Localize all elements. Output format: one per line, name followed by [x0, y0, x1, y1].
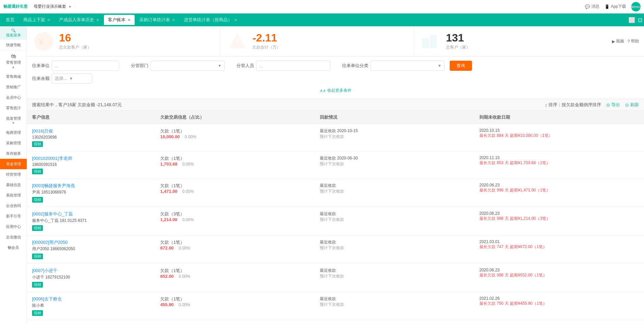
customer-name-link[interactable]: [000002]用户2050: [32, 240, 68, 245]
sidebar-item-enterprise-wechat[interactable]: 企业微信: [0, 232, 27, 242]
tab-expand-icon[interactable]: ⊡: [638, 17, 642, 23]
sidebar-item-wholesale-mgmt[interactable]: 批发管理 ▼: [0, 113, 27, 127]
dept-label: 分管部门: [131, 63, 148, 69]
balance-label: 往来余额: [32, 76, 50, 82]
sidebar-item-app-center[interactable]: 应用中心: [0, 222, 27, 232]
sidebar-item-operations[interactable]: 经营管理: [0, 169, 27, 180]
refresh-button[interactable]: ⊙ 刷新: [625, 102, 639, 108]
overdue-amount-link[interactable]: 超期¥652.00（1笔）: [510, 273, 547, 277]
sidebar-item-chang-member[interactable]: 畅会员: [0, 242, 27, 253]
search-button[interactable]: 查询: [450, 61, 472, 71]
tab-purchase-summary[interactable]: 采购订单统计表 ✕: [135, 15, 179, 25]
sidebar-item-retail-mgmt[interactable]: 🛍 零售管理 ▲: [0, 51, 27, 71]
sidebar-item-retail-mall[interactable]: 零售商城: [0, 71, 27, 82]
category-chevron-icon: ▼: [438, 63, 442, 68]
sidebar-item-basic-info[interactable]: 基础信息: [0, 180, 27, 190]
sidebar-item-member-center[interactable]: 会员中心: [0, 92, 27, 103]
sidebar-quick-nav[interactable]: 快捷导航: [0, 40, 27, 51]
customer-name-link[interactable]: [0016]吕俊: [32, 128, 53, 134]
vendor-input[interactable]: ...: [52, 61, 119, 71]
due-date-cell: 2021.02.26 最长欠款 750 天 超期¥455.90（1笔）: [479, 296, 639, 306]
customer-name-link[interactable]: [0003]畅捷服务尹海燕: [32, 183, 75, 188]
table-row: [0006]去下粮仓 陈小希 现销 欠款（1笔） 455.90 0.00% 最近…: [27, 292, 644, 320]
due-date-cell: 2020.11.15 最长欠款 853 天 超期¥1,703.68（1笔）: [479, 155, 639, 166]
logo: 畅捷通好生意: [3, 4, 30, 9]
balance-chevron-icon: ▼: [69, 76, 73, 81]
customer-info-cell: [0006]去下粮仓 陈小希 现销: [32, 296, 160, 316]
search-icon: 🔍: [11, 28, 16, 32]
sidebar-item-ecommerce[interactable]: 电商管理: [0, 127, 27, 138]
total-customers-label: 总客户（家）: [446, 45, 470, 50]
customer-info-cell: [0007]小进千 小进千 18279152100 现销: [32, 268, 160, 288]
debt-info-cell: 欠款（1笔） 1,703.68 0.00%: [160, 155, 320, 167]
tab-customer-account[interactable]: 客户账本 ✕: [104, 15, 135, 25]
overdue-amount-link[interactable]: 超期¥455.90（1笔）: [510, 301, 547, 306]
tab-close-icon[interactable]: ✕: [172, 18, 175, 22]
dept-dropdown[interactable]: ▼: [150, 61, 225, 71]
sidebar-item-finance[interactable]: 资金管理: [0, 159, 27, 169]
customer-name-link[interactable]: [0001020001]李老师: [32, 156, 72, 161]
customer-name-link[interactable]: [0007]小进千: [32, 268, 57, 273]
results-summary: 搜索结果中，客户16家 欠款金额 -21,148.07元: [32, 102, 122, 108]
manager-input[interactable]: ...: [256, 61, 330, 71]
vendor-category-label: 往来单位分类: [342, 63, 368, 69]
overdue-amount-link[interactable]: 超期¥1,703.68（1笔）: [510, 160, 550, 165]
recovery-cell: 最近收款 预计下次收款: [320, 268, 479, 279]
customer-phone: 18600391516: [32, 162, 160, 167]
app-download-button[interactable]: 📱 App下载: [605, 4, 626, 9]
overdue-amount-link[interactable]: 超期¥672.00（1笔）: [510, 244, 547, 249]
store-selector[interactable]: 母婴行业演示账套 ▼: [30, 4, 76, 9]
vendor-label: 往来单位: [32, 63, 50, 69]
tab-close-icon[interactable]: ✕: [128, 18, 131, 22]
avatar[interactable]: demo2: [631, 2, 641, 11]
overdue-amount-link[interactable]: 超期¥10,000.00（1笔）: [510, 133, 553, 138]
customer-tag: 现销: [32, 169, 43, 174]
table-row: [000001]黄思源 黄思源 13552700226 现销 欠款（1笔） 42…: [27, 320, 644, 324]
customer-info-cell: [0002]服务中心_丁磊 服务中心_丁磊 181 0125 8371 现销: [32, 211, 160, 231]
customer-name-link[interactable]: [0006]去下粮仓: [32, 296, 62, 301]
debt-info-cell: 欠款（1笔） 672.00 0.00%: [160, 239, 320, 251]
customer-name-link[interactable]: [0002]服务中心_丁磊: [32, 211, 73, 216]
sidebar-item-enterprise[interactable]: 企业协同: [0, 201, 27, 211]
video-help-button[interactable]: ▶ 视频: [612, 31, 624, 51]
help-button[interactable]: ? 帮助: [627, 31, 639, 51]
tab-purchase-stats[interactable]: 进货单统计表（按商品） ✕: [180, 15, 241, 25]
overdue-amount-link[interactable]: 超期¥1,471.00（1笔）: [510, 188, 550, 193]
tab-minimize-icon[interactable]: ⬜: [628, 17, 635, 23]
overdue-amount-link[interactable]: 超期¥1,214.00（3笔）: [510, 216, 550, 221]
sidebar-search[interactable]: 🔍 搜索菜单: [0, 26, 27, 40]
customer-info-cell: [0001020001]李老师 18600391516 现销: [32, 155, 160, 174]
export-button[interactable]: ⊙ 导出: [606, 102, 620, 108]
collapse-button[interactable]: ∧∧ 收起更多条件: [32, 86, 639, 95]
tab-home[interactable]: 首页: [2, 15, 19, 25]
vendor-category-dropdown[interactable]: ▼: [370, 61, 445, 71]
customer-phone: 用户2050 18665062050: [32, 246, 160, 252]
sidebar-item-inventory[interactable]: 库存核算: [0, 148, 27, 159]
sort-button[interactable]: ↕ 排序：按欠款金额倒序排序: [545, 102, 601, 108]
recovery-cell: 最近收款 预计下次收款: [320, 183, 479, 194]
sidebar-item-newcomer[interactable]: 新手引导: [0, 211, 27, 222]
sidebar-item-retail-stats[interactable]: 零售统计: [0, 103, 27, 113]
sort-icon: ↕: [545, 102, 548, 108]
sidebar-item-system[interactable]: 系统管理: [0, 190, 27, 201]
due-date-cell: 2021.03.01 最长欠款 747 天 超期¥672.00（1笔）: [479, 239, 639, 250]
sidebar-item-purchase[interactable]: 采购管理: [0, 138, 27, 148]
sidebar-item-marketing[interactable]: 营销推广: [0, 82, 27, 92]
tab-production[interactable]: 产成品入库单历史 ✕: [55, 15, 103, 25]
recovery-cell: 最近收款 2020-10-15 预计下次收款: [320, 128, 479, 140]
table-row: [0007]小进千 小进千 18279152100 现销 欠款（1笔） 652.…: [27, 264, 644, 292]
debt-total-icon: !: [227, 31, 247, 52]
message-button[interactable]: 💬 消息: [585, 4, 599, 9]
tab-close-icon[interactable]: ✕: [234, 18, 237, 22]
tab-close-icon[interactable]: ✕: [47, 18, 50, 22]
tab-close-icon[interactable]: ✕: [96, 18, 99, 22]
refresh-icon: ⊙: [625, 102, 629, 108]
debt-info-cell: 欠款（1笔） 455.90 0.00%: [160, 296, 320, 307]
customer-table: 客户信息 欠款交易信息（占比） 回款情况 到期未收款日期 [0016]吕俊 13…: [27, 111, 644, 324]
balance-select[interactable]: 选择... ▼: [52, 73, 92, 84]
chevron-icon: ▼: [12, 121, 15, 125]
debt-info-cell: 欠款（1笔） 1,471.00 0.00%: [160, 183, 320, 194]
table-row: [000002]用户2050 用户2050 18665062050 现销 欠款（…: [27, 235, 644, 264]
tab-products[interactable]: 商品上下架 ✕: [19, 15, 54, 25]
results-bar: 搜索结果中，客户16家 欠款金额 -21,148.07元 ↕ 排序：按欠款金额倒…: [27, 99, 644, 111]
